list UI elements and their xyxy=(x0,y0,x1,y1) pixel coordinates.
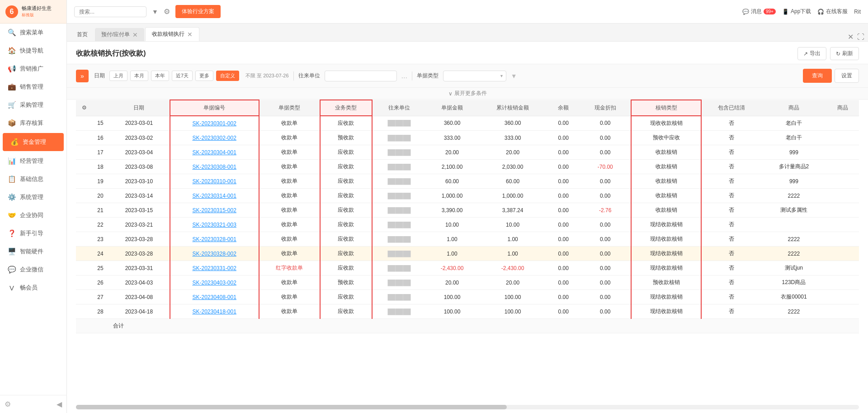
table-cell[interactable] xyxy=(76,290,92,304)
sidebar-item-operations[interactable]: 📊 经营管理 xyxy=(0,152,66,170)
app-download-item[interactable]: 📱 App下载 xyxy=(782,8,811,15)
sidebar-item-member[interactable]: V 畅会员 xyxy=(0,279,66,297)
sidebar-item-system[interactable]: ⚙️ 系统管理 xyxy=(0,188,66,206)
export-btn[interactable]: ↗ 导出 xyxy=(797,47,826,60)
gear-icon[interactable]: ⚙ xyxy=(164,7,170,16)
bill-type-input[interactable] xyxy=(443,71,506,81)
tab-expand-icon[interactable]: ⛶ xyxy=(857,33,864,41)
system-icon: ⚙️ xyxy=(7,193,16,202)
table-row: 152023-03-01SK-20230301-002收款单应收款██████3… xyxy=(76,116,859,131)
query-btn[interactable]: 查询 xyxy=(803,69,832,83)
sidebar-item-label: 快捷导航 xyxy=(20,47,43,55)
tab-home-label: 首页 xyxy=(77,31,88,38)
sidebar-item-marketing[interactable]: 📢 营销推广 xyxy=(0,60,66,78)
table-cell: SK-20230403-002 xyxy=(170,275,259,290)
expand-icon: ∨ xyxy=(448,90,453,97)
online-service-item[interactable]: 🎧 在线客服 xyxy=(817,8,848,15)
table-cell: 100.00 xyxy=(478,290,547,304)
table-row: 172023-03-04SK-20230304-001收款单应收款██████2… xyxy=(76,145,859,160)
sidebar-item-basic[interactable]: 📋 基础信息 xyxy=(0,170,66,188)
table-cell: 收款单 xyxy=(259,145,320,160)
date-this-month-btn[interactable]: 本月 xyxy=(130,71,148,81)
table-cell[interactable] xyxy=(76,145,92,160)
sidebar-item-wechat[interactable]: 💬 企业微信 xyxy=(0,261,66,279)
filter-toggle-btn[interactable]: » xyxy=(76,70,89,82)
table-cell: 2023-04-03 xyxy=(108,275,170,290)
refresh-btn[interactable]: ↻ 刷新 xyxy=(830,47,859,60)
sidebar-item-inventory[interactable]: 📦 库存核算 xyxy=(0,114,66,132)
counterparty-input[interactable] xyxy=(325,71,397,81)
date-last-month-btn[interactable]: 上月 xyxy=(109,71,127,81)
table-cell: 18 xyxy=(92,160,108,174)
guide-icon: ❓ xyxy=(7,229,16,238)
settings-icon[interactable]: ⚙ xyxy=(5,400,11,408)
tab-close-all-icon[interactable]: ✕ xyxy=(848,33,854,41)
table-cell[interactable] xyxy=(76,189,92,203)
tab-home[interactable]: 首页 xyxy=(71,28,94,41)
sidebar-item-search[interactable]: 🔍 搜索菜单 xyxy=(0,24,66,42)
tabbar-controls: ✕ ⛶ xyxy=(848,33,864,41)
expand-label: 展开更多条件 xyxy=(454,90,487,97)
table-cell: 333.00 xyxy=(478,131,547,145)
table-cell[interactable] xyxy=(76,218,92,232)
table-cell[interactable] xyxy=(76,261,92,275)
industry-btn[interactable]: 体验行业方案 xyxy=(175,5,221,18)
filter-dots[interactable]: ... xyxy=(401,72,407,80)
tab-prepay-close[interactable]: ✕ xyxy=(132,31,138,38)
scrollbar-thumb[interactable] xyxy=(76,405,507,409)
date-label: 日期 xyxy=(94,72,105,80)
date-custom-btn[interactable]: 自定义 xyxy=(216,71,239,81)
table-scrollbar-container[interactable] xyxy=(67,403,868,413)
expand-conditions-btn[interactable]: ∨ 展开更多条件 xyxy=(448,90,487,97)
user-item[interactable]: Rit xyxy=(854,9,861,15)
sidebar-item-finance[interactable]: 💰 资金管理 xyxy=(3,133,64,151)
tab-collection-close[interactable]: ✕ xyxy=(187,31,193,38)
table-cell: 否 xyxy=(701,189,761,203)
table-cell xyxy=(826,145,859,160)
table-cell: 0.00 xyxy=(580,275,631,290)
sidebar-item-hardware[interactable]: 🖥️ 智能硬件 xyxy=(0,242,66,261)
sidebar-item-enterprise[interactable]: 🤝 企业协同 xyxy=(0,206,66,224)
table-cell[interactable] xyxy=(76,304,92,319)
table-cell: 收款核销 xyxy=(631,160,701,174)
table-cell[interactable] xyxy=(76,247,92,261)
table-scrollbar[interactable] xyxy=(76,405,859,409)
tab-collection[interactable]: 收款核销执行 ✕ xyxy=(145,27,199,41)
sidebar-item-purchase[interactable]: 🛒 采购管理 xyxy=(0,96,66,114)
table-cell: SK-20230321-003 xyxy=(170,218,259,232)
topbar-dropdown-icon[interactable]: ▼ xyxy=(152,8,158,15)
table-cell[interactable] xyxy=(76,232,92,247)
table-cell[interactable] xyxy=(76,131,92,145)
date-this-year-btn[interactable]: 本年 xyxy=(151,71,169,81)
table-cell[interactable] xyxy=(76,174,92,189)
table-cell: 应收款 xyxy=(320,261,372,275)
table-cell: SK-20230302-002 xyxy=(170,131,259,145)
tab-prepay[interactable]: 预付/应付单 ✕ xyxy=(95,28,144,41)
total-label xyxy=(76,319,108,333)
content-area: 收款核销执行(按收款) ↗ 导出 ↻ 刷新 » 日期 上月 xyxy=(67,42,868,413)
sidebar-item-guide[interactable]: ❓ 新手引导 xyxy=(0,224,66,242)
bill-type-dropdown-icon[interactable]: ▼ xyxy=(511,72,517,80)
table-cell: 现结收款核销 xyxy=(631,218,701,232)
sidebar-item-label: 库存核算 xyxy=(20,119,43,127)
date-7days-btn[interactable]: 近7天 xyxy=(172,71,193,81)
tabbar: 首页 预付/应付单 ✕ 收款核销执行 ✕ ✕ ⛶ xyxy=(67,24,868,42)
date-more-btn[interactable]: 更多 xyxy=(195,71,213,81)
col-gear[interactable]: ⚙ xyxy=(76,100,92,116)
filter-setting-btn[interactable]: 设置 xyxy=(835,69,859,83)
search-input[interactable] xyxy=(74,6,146,17)
table-cell[interactable] xyxy=(76,160,92,174)
table-cell[interactable] xyxy=(76,275,92,290)
messages-item[interactable]: 💬 消息 99+ xyxy=(742,8,776,15)
table-cell: 收款单 xyxy=(259,275,320,290)
sidebar-item-quick-nav[interactable]: 🏠 快捷导航 xyxy=(0,42,66,60)
table-cell: 现收收款核销 xyxy=(631,116,701,131)
tab-collection-label: 收款核销执行 xyxy=(152,30,184,38)
table-cell: 0.00 xyxy=(580,218,631,232)
table-cell: SK-20230308-001 xyxy=(170,160,259,174)
table-container[interactable]: ⚙ 日期 单据编号 单据类型 业务类型 往来单位 单据金额 累计核销金额 余额 … xyxy=(67,100,868,403)
table-cell[interactable] xyxy=(76,203,92,218)
collapse-icon[interactable]: ◀ xyxy=(57,400,62,408)
table-cell[interactable] xyxy=(76,116,92,131)
sidebar-item-sales[interactable]: 💼 销售管理 xyxy=(0,78,66,96)
